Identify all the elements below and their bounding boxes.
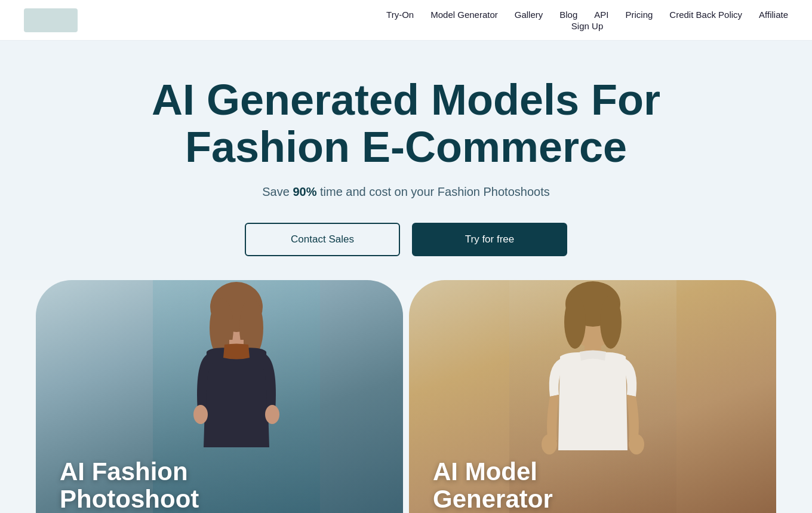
navbar: Try-On Model Generator Gallery Blog API … [0, 0, 812, 41]
card-fashion-line2: Photoshoot [60, 485, 199, 513]
nav-links: Try-On Model Generator Gallery Blog API … [386, 10, 788, 31]
card-fashion-label: AI Fashion Photoshoot [60, 458, 199, 513]
subtitle-prefix: Save [262, 185, 293, 198]
nav-link-gallery[interactable]: Gallery [515, 10, 543, 20]
card-model-label: AI Model Generator [433, 458, 553, 513]
nav-link-affiliate[interactable]: Affiliate [759, 10, 788, 20]
subtitle-highlight: 90% [293, 185, 316, 198]
card-fashion-line1: AI Fashion [60, 457, 188, 486]
hero-title-line1: AI Generated Models For [152, 76, 660, 124]
cards-section: AI Fashion Photoshoot [0, 280, 812, 513]
try-for-free-button[interactable]: Try for free [412, 223, 567, 256]
nav-link-blog[interactable]: Blog [559, 10, 577, 20]
hero-subtitle: Save 90% time and cost on your Fashion P… [262, 185, 549, 199]
hero-buttons: Contact Sales Try for free [245, 223, 567, 256]
nav-link-pricing[interactable]: Pricing [626, 10, 653, 20]
nav-link-creditback[interactable]: Credit Back Policy [669, 10, 742, 20]
svg-point-7 [265, 405, 279, 424]
card-model-line1: AI Model [433, 457, 537, 486]
nav-link-api[interactable]: API [594, 10, 608, 20]
svg-point-14 [542, 434, 557, 454]
hero-title: AI Generated Models For Fashion E-Commer… [152, 76, 660, 171]
hero-title-line2: Fashion E-Commerce [185, 123, 627, 171]
hero-section: AI Generated Models For Fashion E-Commer… [0, 41, 812, 280]
card-fashion-photoshoot[interactable]: AI Fashion Photoshoot [36, 280, 403, 513]
svg-point-12 [600, 295, 622, 349]
svg-point-15 [629, 434, 644, 454]
nav-top-row: Try-On Model Generator Gallery Blog API … [386, 10, 788, 20]
nav-link-signup[interactable]: Sign Up [571, 21, 603, 31]
contact-sales-button[interactable]: Contact Sales [245, 223, 400, 256]
svg-point-11 [564, 295, 586, 349]
nav-bottom-row: Sign Up [571, 21, 603, 31]
card-model-generator[interactable]: AI Model Generator [409, 280, 776, 513]
svg-point-6 [193, 405, 208, 424]
card-model-line2: Generator [433, 485, 553, 513]
logo[interactable] [24, 8, 78, 32]
subtitle-suffix: time and cost on your Fashion Photoshoot… [316, 185, 549, 198]
nav-link-tryon[interactable]: Try-On [386, 10, 414, 20]
nav-link-modelgenerator[interactable]: Model Generator [430, 10, 498, 20]
